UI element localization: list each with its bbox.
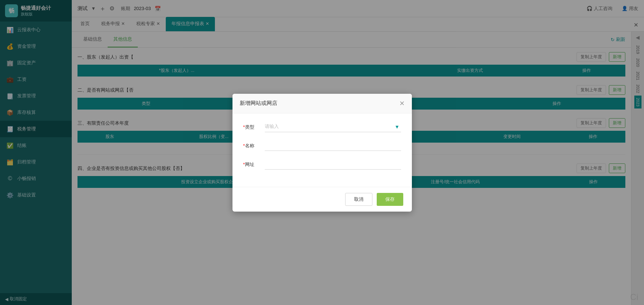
save-btn[interactable]: 保存 — [377, 193, 403, 206]
url-label: *网址 — [243, 161, 265, 168]
form-row-name: *名称 — [243, 141, 401, 151]
modal-header: 新增网站或网店 ✕ — [232, 94, 412, 114]
required-star-type: * — [243, 124, 245, 130]
name-input-wrap — [265, 141, 401, 151]
modal-close-btn[interactable]: ✕ — [399, 100, 405, 107]
modal-overlay: 新增网站或网店 ✕ *类型 ▼ *名称 — [0, 0, 644, 305]
required-star-url: * — [243, 162, 245, 167]
required-star-name: * — [243, 143, 245, 148]
cancel-btn[interactable]: 取消 — [345, 193, 372, 206]
modal-footer: 取消 保存 — [232, 187, 412, 212]
type-input-wrap: ▼ — [265, 122, 401, 132]
modal-add-website: 新增网站或网店 ✕ *类型 ▼ *名称 — [232, 94, 412, 212]
type-dropdown-icon[interactable]: ▼ — [395, 124, 400, 130]
form-row-url: *网址 — [243, 160, 401, 170]
modal-title: 新增网站或网店 — [240, 100, 277, 107]
type-label: *类型 — [243, 124, 265, 130]
form-row-type: *类型 ▼ — [243, 122, 401, 132]
url-input[interactable] — [265, 160, 401, 168]
type-input[interactable] — [265, 122, 401, 130]
name-label: *名称 — [243, 143, 265, 149]
url-input-wrap — [265, 160, 401, 170]
name-input[interactable] — [265, 141, 401, 149]
modal-body: *类型 ▼ *名称 *网址 — [232, 114, 412, 187]
